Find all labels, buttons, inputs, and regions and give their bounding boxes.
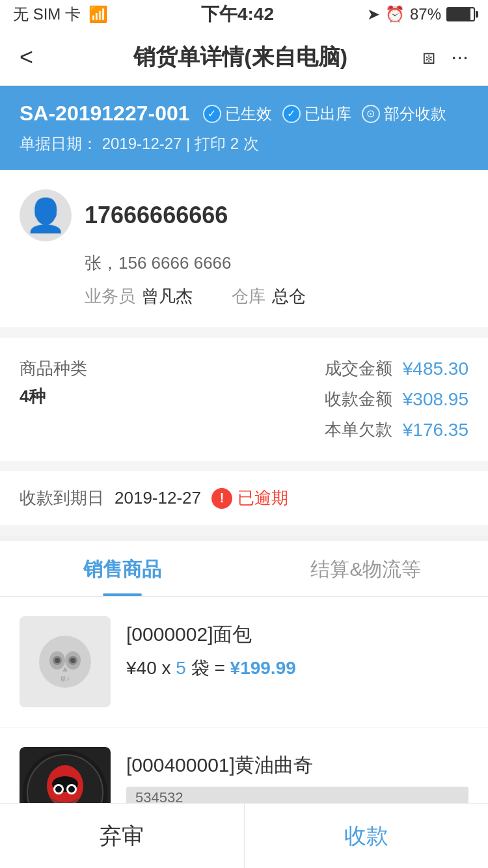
- avatar-icon: 👤: [25, 197, 66, 234]
- received-amount-row: 收款金额 ¥308.95: [325, 388, 468, 411]
- status-badges: ✓ 已生效 ✓ 已出库 ⊙ 部分收款: [203, 103, 446, 124]
- product-image-1: 草+: [20, 616, 111, 707]
- customer-section: 👤 17666666666 张，156 6666 6666 业务员 曾凡杰 仓库…: [0, 170, 488, 327]
- bottom-action-bar: 弃审 收款: [0, 803, 488, 868]
- status-bar: 无 SIM 卡 📶 下午4:42 ➤ ⏰ 87%: [0, 0, 488, 29]
- svg-point-6: [70, 658, 75, 663]
- svg-point-15: [55, 786, 62, 793]
- received-label: 收款金额: [325, 388, 392, 411]
- svg-point-5: [55, 658, 60, 663]
- amounts-left: 商品种类 4种: [20, 357, 87, 408]
- deal-value: ¥485.30: [403, 359, 468, 379]
- product-price-1: ¥40 x 5 袋 = ¥199.99: [126, 656, 468, 681]
- wifi-icon: 📶: [88, 5, 108, 23]
- order-header: SA-20191227-001 ✓ 已生效 ✓ 已出库 ⊙ 部分收款 单据日期：…: [0, 86, 488, 170]
- product-item: 草+ [0000002]面包 ¥40 x 5 袋 = ¥199.99: [0, 597, 488, 727]
- warehouse-label: 仓库: [232, 285, 265, 308]
- customer-name: 17666666666: [85, 202, 228, 229]
- overdue-icon: !: [211, 488, 232, 509]
- back-button[interactable]: <: [20, 44, 59, 71]
- category-label: 商品种类: [20, 357, 87, 380]
- deal-amount-row: 成交金额 ¥485.30: [325, 357, 468, 380]
- carrier-text: 无 SIM 卡: [13, 4, 81, 25]
- avatar: 👤: [20, 189, 72, 241]
- amounts-right: 成交金额 ¥485.30 收款金额 ¥308.95 本单欠款 ¥176.35: [325, 357, 468, 441]
- due-date-value: 2019-12-27: [115, 488, 201, 508]
- tab-settlement[interactable]: 结算&物流等: [244, 541, 488, 596]
- location-icon: ➤: [367, 5, 380, 23]
- due-section: 收款到期日 2019-12-27 ! 已逾期: [0, 471, 488, 525]
- section-divider: [0, 536, 488, 541]
- debt-value: ¥176.35: [403, 420, 468, 441]
- due-label: 收款到期日: [20, 487, 104, 509]
- warehouse-value: 总仓: [272, 285, 306, 308]
- page-title: 销货单详情(来自电脑): [133, 42, 347, 72]
- product-name-1: [0000002]面包: [126, 621, 468, 648]
- warehouse-item: 仓库 总仓: [232, 285, 306, 308]
- customer-meta: 业务员 曾凡杰 仓库 总仓: [20, 285, 468, 308]
- check-icon-1: ✓: [203, 105, 221, 123]
- salesman-item: 业务员 曾凡杰: [85, 285, 193, 308]
- tabs: 销售商品 结算&物流等: [0, 541, 488, 597]
- product-info-1: [0000002]面包 ¥40 x 5 袋 = ¥199.99: [126, 616, 468, 681]
- check-icon-2: ✓: [282, 105, 301, 123]
- debt-label: 本单欠款: [325, 418, 392, 441]
- badge-shipped: ✓ 已出库: [282, 103, 351, 124]
- salesman-value: 曾凡杰: [142, 285, 193, 308]
- owl-icon: 草+: [33, 629, 98, 694]
- alarm-icon: ⏰: [385, 5, 405, 23]
- clock-icon: ⊙: [362, 105, 380, 123]
- debt-amount-row: 本单欠款 ¥176.35: [325, 418, 468, 441]
- overdue-badge: ! 已逾期: [211, 487, 288, 509]
- received-value: ¥308.95: [403, 389, 468, 410]
- customer-sub: 张，156 6666 6666: [20, 252, 468, 275]
- order-id: SA-20191227-001: [20, 102, 190, 126]
- order-date-row: 单据日期： 2019-12-27 | 打印 2 次: [20, 133, 468, 154]
- share-button[interactable]: ⧆: [422, 45, 435, 69]
- status-right: ➤ ⏰ 87%: [367, 5, 475, 23]
- battery-icon: [446, 7, 475, 21]
- salesman-label: 业务员: [85, 285, 135, 308]
- status-time: 下午4:42: [201, 2, 274, 27]
- nav-bar: < 销货单详情(来自电脑) ⧆ ···: [0, 29, 488, 86]
- deal-label: 成交金额: [325, 357, 392, 380]
- svg-point-16: [68, 786, 75, 793]
- svg-text:草+: 草+: [60, 675, 70, 683]
- product-qty-1: 5: [176, 658, 186, 678]
- collect-payment-button[interactable]: 收款: [245, 804, 489, 868]
- category-value: 4种: [20, 385, 87, 408]
- amounts-section: 商品种类 4种 成交金额 ¥485.30 收款金额 ¥308.95 本单欠款 ¥…: [0, 338, 488, 461]
- product-name-2: [000400001]黄油曲奇: [126, 752, 468, 779]
- battery-percent: 87%: [410, 5, 441, 23]
- badge-partial: ⊙ 部分收款: [362, 103, 446, 124]
- product-total-1: ¥199.99: [230, 658, 296, 678]
- tab-sales-products[interactable]: 销售商品: [0, 541, 244, 596]
- badge-effective: ✓ 已生效: [203, 103, 272, 124]
- cancel-review-button[interactable]: 弃审: [0, 804, 245, 868]
- product-placeholder-1: 草+: [20, 616, 111, 707]
- status-left: 无 SIM 卡 📶: [13, 4, 108, 25]
- overdue-text: 已逾期: [237, 487, 288, 509]
- more-button[interactable]: ···: [451, 45, 468, 69]
- nav-actions: ⧆ ···: [422, 45, 468, 69]
